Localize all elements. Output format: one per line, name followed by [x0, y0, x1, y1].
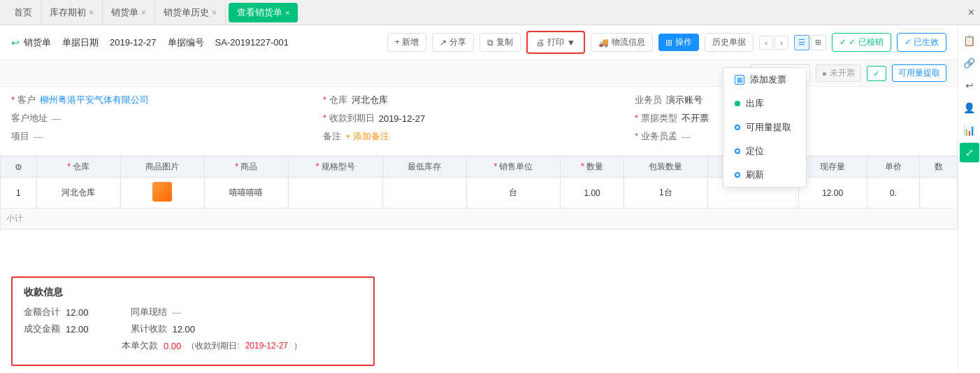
outbound-dot-icon: [735, 101, 740, 106]
share-label: 分享: [449, 36, 466, 48]
outstanding-end: ）: [294, 340, 302, 352]
print-highlight-box: 🖨 打印 ▼: [526, 31, 585, 54]
sidebar-chart-icon[interactable]: 📊: [960, 120, 979, 140]
check-btn[interactable]: ✓: [867, 66, 886, 81]
product-thumbnail: [152, 182, 172, 202]
logistics-button[interactable]: 🚚 物流信息: [591, 33, 653, 52]
effective-label: ✓ 已生效: [905, 37, 939, 47]
sidebar-return-icon[interactable]: ↩: [960, 76, 979, 95]
note-label: 备注: [323, 130, 341, 143]
next-arrow[interactable]: ›: [774, 36, 788, 50]
logistics-label: 物流信息: [612, 36, 645, 48]
number-label: 单据编号: [168, 36, 204, 49]
table-header-row: ⚙ 仓库 商品图片 商品 规格型号 最低库存 销售单位 数量 包装数量 可用量 …: [1, 157, 958, 178]
doc-icon: ↩: [11, 37, 20, 48]
sidebar-link-icon[interactable]: 🔗: [960, 53, 979, 73]
tab-inventory-close[interactable]: ×: [89, 8, 94, 17]
tab-home-label: 首页: [14, 6, 32, 19]
subtotal-row: 小计: [1, 209, 958, 230]
not-open-icon: ●: [822, 69, 827, 78]
cumulative-item: 累计收款 12.00: [131, 323, 196, 335]
view-toggle: ☰ ⊞: [794, 35, 826, 50]
sold-status-btn[interactable]: ✓ ✓ 已核销: [832, 33, 891, 52]
warehouse-label: 仓库: [323, 94, 347, 106]
tab-home[interactable]: 首页: [6, 0, 41, 25]
add-button[interactable]: + 新增: [387, 33, 426, 52]
share-button[interactable]: ↗ 分享: [432, 33, 474, 52]
ops-icon: ⊞: [665, 38, 672, 48]
dropdown-locate[interactable]: 定位: [723, 139, 806, 163]
row-min-stock: [382, 178, 466, 209]
list-view-btn[interactable]: ☰: [794, 35, 809, 50]
tab-sales-order[interactable]: 销货单 ×: [103, 0, 155, 25]
col-min-stock: 最低库存: [382, 157, 466, 178]
invoice-icon: ▦: [735, 75, 744, 85]
warehouse-value: 河北仓库: [352, 94, 388, 106]
payment-section: 收款信息 金额合计 12.00 同单现结 — 成交金额 12.00: [11, 276, 923, 366]
available-qty-btn[interactable]: 可用量提取: [892, 64, 946, 82]
print-dropdown-arrow[interactable]: ▼: [567, 38, 575, 48]
tab-view-sales[interactable]: 查看销货单 ×: [229, 3, 298, 22]
payment-row-3: 本单欠款 0.00 （收款到期日: 2019-12-27 ）: [24, 339, 362, 352]
tab-view-close[interactable]: ×: [285, 8, 289, 17]
doc-meta: 单据日期 2019-12-27 单据编号 SA-20191227-001: [62, 36, 289, 49]
payment-title: 收款信息: [24, 286, 362, 299]
col-current-stock: 现存量: [798, 157, 867, 178]
tab-history-label: 销货单历史: [164, 6, 209, 19]
tab-sales-label: 销货单: [111, 6, 138, 19]
prev-arrow[interactable]: ‹: [759, 36, 773, 50]
copy-button[interactable]: ⧉ 复制: [480, 33, 521, 52]
project-value: —: [34, 132, 43, 142]
row-quantity: 1.00: [561, 178, 624, 209]
col-pack-qty: 包装数量: [624, 157, 707, 178]
doc-header: ↩ 销货单 单据日期 2019-12-27 单据编号 SA-20191227-0…: [0, 25, 958, 60]
row-product: 嘻嘻嘻嘻: [204, 178, 288, 209]
form-area: 客户 柳州粤港平安气体有限公司 仓库 河北仓库 业务员 演示账号 客户地址 —: [0, 87, 958, 156]
row-pack-qty: 1台: [624, 178, 707, 209]
row-sales-unit: 台: [466, 178, 561, 209]
col-extra: 数: [920, 157, 958, 178]
dropdown-outbound[interactable]: 出库: [723, 92, 806, 115]
operations-button[interactable]: ⊞ 操作: [658, 34, 699, 51]
tab-sales-close[interactable]: ×: [141, 8, 146, 17]
outstanding-date: 2019-12-27: [245, 341, 288, 351]
effective-status-btn[interactable]: ✓ 已生效: [897, 33, 946, 52]
grid-view-btn[interactable]: ⊞: [811, 35, 826, 50]
check-green-icon: ✓: [873, 69, 880, 78]
transaction-amount-item: 成交金额 12.00: [24, 323, 89, 335]
check-icon: ✓: [840, 37, 846, 47]
tab-bar-close-button[interactable]: ×: [968, 6, 974, 19]
address-label: 客户地址: [11, 112, 48, 125]
dropdown-refresh[interactable]: 刷新: [723, 163, 806, 187]
number-value: SA-20191227-001: [215, 37, 289, 48]
due-date-label: 收款到期日: [323, 112, 375, 125]
not-open-btn[interactable]: ● 未开票: [816, 64, 861, 82]
sales-person-label: 业务员: [635, 94, 662, 106]
sold-label: ✓ 已核销: [849, 37, 883, 47]
tab-history-close[interactable]: ×: [212, 8, 217, 17]
print-button[interactable]: 🖨 打印 ▼: [529, 34, 582, 51]
dropdown-add-invoice[interactable]: ▦ 添加发票: [723, 68, 806, 92]
transaction-amount-label: 成交金额: [24, 323, 60, 335]
date-value: 2019-12-27: [110, 37, 157, 48]
dropdown-available-qty[interactable]: 可用量提取: [723, 115, 806, 139]
due-date-value: 2019-12-27: [379, 113, 426, 124]
sidebar-expand-icon[interactable]: ⤢: [960, 143, 979, 162]
col-settings[interactable]: ⚙: [1, 157, 37, 178]
tab-view-label: 查看销货单: [237, 6, 282, 19]
tab-inventory-start[interactable]: 库存期初 ×: [41, 0, 103, 25]
history-label: 历史单据: [712, 36, 746, 48]
doc-type-label: 销货单: [24, 36, 51, 49]
add-note-button[interactable]: + 添加备注: [345, 130, 389, 143]
share-icon: ↗: [440, 38, 447, 48]
tab-sales-history[interactable]: 销货单历史 ×: [155, 0, 226, 25]
history-button[interactable]: 历史单据: [705, 33, 754, 52]
available-qty-dropdown-label: 可用量提取: [746, 121, 791, 134]
sidebar-user-icon[interactable]: 👤: [960, 98, 979, 118]
logistics-icon: 🚚: [598, 38, 609, 48]
customer-value[interactable]: 柳州粤港平安气体有限公司: [40, 94, 149, 106]
locate-label: 定位: [746, 145, 764, 157]
add-note-label: + 添加备注: [345, 130, 389, 143]
sidebar-doc-icon[interactable]: 📋: [960, 31, 979, 50]
col-sales-unit: 销售单位: [466, 157, 561, 178]
